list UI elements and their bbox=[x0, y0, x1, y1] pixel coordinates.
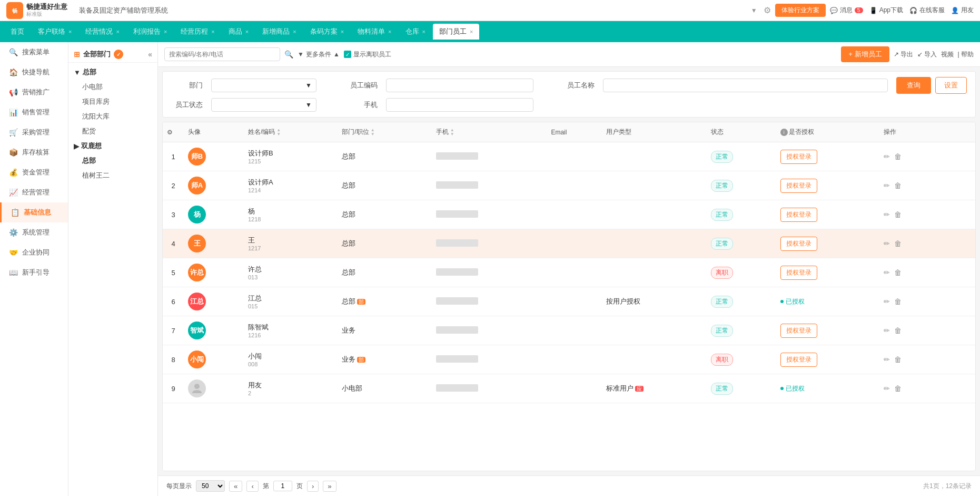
dept-node-peihuo[interactable]: 配货 bbox=[68, 124, 157, 139]
sidebar-item-basic[interactable]: 📋 基础信息 bbox=[0, 202, 68, 222]
delete-icon[interactable]: 🗑 bbox=[894, 152, 902, 161]
delete-icon[interactable]: 🗑 bbox=[894, 210, 902, 219]
edit-icon[interactable]: ✏ bbox=[884, 268, 890, 277]
tab-warehouse[interactable]: 仓库× bbox=[399, 24, 432, 40]
auth-login-button[interactable]: 授权登录 bbox=[780, 208, 817, 222]
th-phone[interactable]: 手机 ▲▼ bbox=[432, 122, 547, 142]
dept-node-zongbu2[interactable]: 总部 bbox=[68, 153, 157, 168]
import-button[interactable]: ↙ 导入 bbox=[917, 50, 937, 59]
sidebar-item-shortcut[interactable]: 🏠 快捷导航 bbox=[0, 62, 68, 82]
tab-customer[interactable]: 客户联络× bbox=[32, 24, 78, 40]
app-download-button[interactable]: 📱 App下载 bbox=[869, 6, 903, 15]
auth-login-button[interactable]: 授权登录 bbox=[780, 150, 817, 164]
help-button[interactable]: | 帮助 bbox=[958, 50, 974, 59]
search-button[interactable]: 🔍 bbox=[284, 50, 293, 59]
delete-icon[interactable]: 🗑 bbox=[894, 181, 902, 190]
sidebar-item-operations[interactable]: 📈 经营管理 bbox=[0, 182, 68, 202]
user-button[interactable]: 👤 用友 bbox=[951, 6, 974, 15]
info-icon[interactable]: i bbox=[780, 129, 788, 136]
show-inactive-toggle[interactable]: ✓ 显示离职员工 bbox=[344, 50, 391, 59]
tab-goods[interactable]: 商品× bbox=[222, 24, 255, 40]
sidebar-item-inventory[interactable]: 📦 库存核算 bbox=[0, 142, 68, 162]
video-button[interactable]: 视频 bbox=[941, 50, 954, 59]
edit-icon[interactable]: ✏ bbox=[884, 326, 890, 335]
emp-name-input[interactable] bbox=[603, 79, 888, 92]
query-button[interactable]: 查询 bbox=[896, 77, 931, 94]
tab-bom[interactable]: 物料清单× bbox=[351, 24, 398, 40]
th-dept-position[interactable]: 部门/职位 ▲▼ bbox=[338, 122, 431, 142]
dept-node-zhishu[interactable]: 植树王二 bbox=[68, 168, 157, 183]
trial-button[interactable]: 体验行业方案 bbox=[775, 4, 826, 17]
system-dropdown-icon[interactable]: ▼ bbox=[751, 7, 757, 14]
auth-login-button[interactable]: 授权登录 bbox=[780, 324, 817, 338]
dept-node-xiangmu[interactable]: 项目库房 bbox=[68, 94, 157, 109]
auth-login-button[interactable]: 授权登录 bbox=[780, 353, 817, 367]
sidebar-item-sales[interactable]: 📊 销售管理 bbox=[0, 102, 68, 122]
auth-login-button[interactable]: 授权登录 bbox=[780, 266, 817, 280]
delete-icon[interactable]: 🗑 bbox=[894, 384, 902, 393]
page-number-input[interactable] bbox=[273, 481, 292, 491]
reset-button[interactable]: 设置 bbox=[935, 77, 967, 94]
sidebar-item-finance[interactable]: 💰 资金管理 bbox=[0, 162, 68, 182]
last-page-button[interactable]: » bbox=[323, 481, 336, 492]
auth-login-button[interactable]: 授权登录 bbox=[780, 237, 817, 251]
tab-home[interactable]: 首页 bbox=[4, 24, 31, 40]
edit-icon[interactable]: ✏ bbox=[884, 384, 890, 393]
add-employee-button[interactable]: + 新增员工 bbox=[841, 46, 889, 62]
online-service-button[interactable]: 🎧 在线客服 bbox=[909, 6, 945, 15]
tab-close[interactable]: × bbox=[68, 28, 72, 35]
tab-close[interactable]: × bbox=[341, 28, 344, 35]
tab-close[interactable]: × bbox=[293, 28, 296, 35]
tab-new-goods[interactable]: 新增商品× bbox=[256, 24, 302, 40]
sidebar-item-guide[interactable]: 📖 新手引导 bbox=[0, 262, 68, 283]
delete-icon[interactable]: 🗑 bbox=[894, 268, 902, 277]
emp-code-input[interactable] bbox=[386, 79, 533, 92]
more-conditions-button[interactable]: ▼ 更多条件 ▲ bbox=[298, 50, 340, 59]
edit-icon[interactable]: ✏ bbox=[884, 355, 890, 364]
dept-node-shuanglu[interactable]: ▶ 双鹿想 bbox=[68, 139, 157, 153]
delete-icon[interactable]: 🗑 bbox=[894, 326, 902, 335]
edit-icon[interactable]: ✏ bbox=[884, 210, 890, 219]
emp-status-select[interactable]: ▼ bbox=[211, 98, 316, 112]
tab-barcode[interactable]: 条码方案× bbox=[304, 24, 350, 40]
dept-node-shenyang[interactable]: 沈阳大库 bbox=[68, 109, 157, 124]
sidebar-item-purchase[interactable]: 🛒 采购管理 bbox=[0, 122, 68, 142]
delete-icon[interactable]: 🗑 bbox=[894, 239, 902, 248]
tab-history[interactable]: 经营历程× bbox=[174, 24, 221, 40]
edit-icon[interactable]: ✏ bbox=[884, 239, 890, 248]
tab-close[interactable]: × bbox=[245, 28, 249, 35]
sidebar-item-enterprise[interactable]: 🤝 企业协同 bbox=[0, 242, 68, 262]
tab-close[interactable]: × bbox=[211, 28, 214, 35]
dept-node-xiaodibu[interactable]: 小电部 bbox=[68, 80, 157, 94]
edit-icon[interactable]: ✏ bbox=[884, 152, 890, 161]
phone-input[interactable] bbox=[386, 98, 533, 112]
settings-icon[interactable]: ⚙ bbox=[764, 5, 771, 15]
dept-node-zongbu-expand[interactable]: ▼ 总部 bbox=[68, 65, 157, 80]
edit-icon[interactable]: ✏ bbox=[884, 297, 890, 306]
tab-close[interactable]: × bbox=[470, 28, 473, 35]
page-size-select[interactable]: 50 10 20 100 bbox=[196, 480, 225, 492]
message-button[interactable]: 💬 消息 5 bbox=[830, 6, 863, 15]
next-page-button[interactable]: › bbox=[307, 481, 319, 492]
th-settings[interactable]: ⚙ bbox=[163, 122, 184, 142]
tab-close[interactable]: × bbox=[422, 28, 425, 35]
delete-icon[interactable]: 🗑 bbox=[894, 297, 902, 306]
search-input[interactable] bbox=[164, 47, 280, 61]
tab-operations[interactable]: 经营情况× bbox=[79, 24, 125, 40]
export-button[interactable]: ↗ 导出 bbox=[894, 50, 913, 59]
delete-icon[interactable]: 🗑 bbox=[894, 355, 902, 364]
prev-page-button[interactable]: ‹ bbox=[246, 481, 258, 492]
tab-employees[interactable]: 部门员工× bbox=[433, 24, 479, 40]
dept-filter-select[interactable]: ▼ bbox=[211, 79, 316, 92]
sidebar-item-marketing[interactable]: 📢 营销推广 bbox=[0, 82, 68, 102]
sidebar-item-system[interactable]: ⚙️ 系统管理 bbox=[0, 222, 68, 242]
th-name-code[interactable]: 姓名/编码 ▲▼ bbox=[244, 122, 338, 142]
auth-login-button[interactable]: 授权登录 bbox=[780, 179, 817, 193]
edit-icon[interactable]: ✏ bbox=[884, 181, 890, 190]
tree-collapse-button[interactable]: « bbox=[148, 50, 152, 59]
tab-close[interactable]: × bbox=[388, 28, 391, 35]
sidebar-item-search[interactable]: 🔍 搜索菜单 bbox=[0, 42, 68, 62]
tab-close[interactable]: × bbox=[164, 28, 167, 35]
tab-profit[interactable]: 利润报告× bbox=[127, 24, 173, 40]
tab-close[interactable]: × bbox=[116, 28, 119, 35]
